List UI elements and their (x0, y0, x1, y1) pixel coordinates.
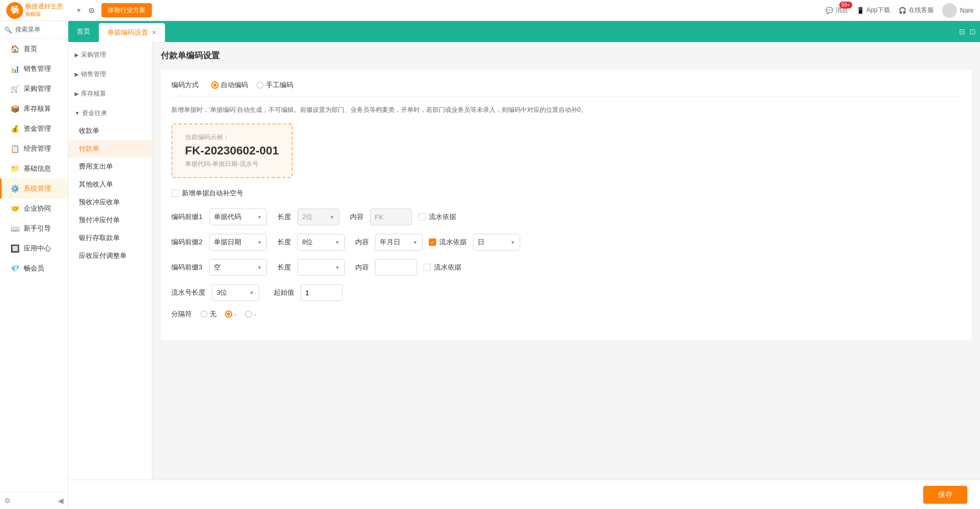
serial-checkbox-3[interactable] (424, 264, 431, 271)
preview-box: 当前编码示例： FK-20230602-001 单据代码-单据日期-流水号 (171, 123, 293, 178)
prefix1-content (370, 209, 412, 225)
sales-icon: 📊 (10, 64, 19, 74)
trial-button[interactable]: 体验行业方案 (101, 3, 152, 17)
sidebar-item-operations[interactable]: 📋 经营管理 (0, 139, 68, 159)
info-text: 新增单据时，'单据编码'自动生成，不可编辑。前缀设置为部门、业务员等档案类，开单… (171, 105, 961, 115)
sidebar-item-funds[interactable]: 💰 资金管理 (0, 119, 68, 139)
settings-card: 编码方式 自动编码 手工编码 (161, 70, 972, 340)
main-content: 付款单编码设置 编码方式 自动编码 手工编码 (152, 42, 980, 480)
serial-checkbox-1[interactable] (418, 213, 426, 221)
top-bar: 畅 畅捷通好生意 旗舰版 ▼ ⚙ 体验行业方案 💬 消息 99+ 📱 App下载… (0, 0, 980, 21)
prefix2-length[interactable]: 8位 ▼ (297, 234, 345, 251)
menu-receipt[interactable]: 收款单 (68, 122, 152, 140)
sidebar-item-inventory[interactable]: 📦 库存核算 (0, 99, 68, 119)
start-value-label: 起始值 (274, 288, 294, 297)
auto-encode-radio[interactable]: 自动编码 (211, 80, 248, 90)
prefix2-content-chevron: ▼ (412, 240, 418, 245)
minimize-icon[interactable]: ⊟ (959, 27, 965, 36)
search-icon: 🔍 (4, 26, 12, 34)
prefix3-length[interactable]: ▼ (297, 259, 345, 276)
content-wrapper: ▶ 采购管理 ▶ 销售管理 ▶ 库存核算 (68, 42, 980, 480)
serial-length-select[interactable]: 3位 ▼ (212, 284, 259, 301)
menu-advance-payment[interactable]: 预付冲应付单 (68, 211, 152, 229)
sidebar-item-guide[interactable]: 📖 新手引导 (0, 219, 68, 238)
group-purchase-title[interactable]: ▶ 采购管理 (68, 46, 152, 64)
prefix3-select[interactable]: 空 ▼ (209, 259, 267, 276)
save-button[interactable]: 保存 (923, 486, 967, 504)
brand: 畅 畅捷通好生意 旗舰版 (6, 1, 69, 20)
menu-bank[interactable]: 银行存取款单 (68, 229, 152, 247)
sep-none-radio[interactable]: 无 (200, 309, 216, 319)
message-badge[interactable]: 💬 消息 99+ (826, 6, 848, 15)
prefix2-label: 编码前缀2 (171, 237, 203, 247)
separator-row: 分隔符 无 · · (171, 309, 961, 319)
menu-payment[interactable]: 付款单 (68, 140, 152, 158)
prefix1-select[interactable]: 单据代码 ▼ (209, 209, 267, 225)
auto-fill-row: 新增单据自动补空号 (171, 189, 961, 198)
manual-encode-radio[interactable]: 手工编码 (256, 80, 293, 90)
prefix2-length-chevron: ▼ (335, 240, 340, 245)
tab-encode-settings[interactable]: 单据编码设置 ✕ (99, 23, 165, 42)
brand-icon: 畅 (6, 2, 23, 19)
operations-icon: 📋 (10, 144, 19, 153)
sidebar-item-home[interactable]: 🏠 首页 (0, 39, 68, 59)
serial-checkbox-2[interactable] (429, 238, 436, 246)
serial-unit-chevron: ▼ (510, 240, 515, 245)
settings-bottom-icon[interactable]: ⚙ (4, 496, 11, 505)
tab-home[interactable]: 首页 (68, 21, 99, 42)
home-icon: 🏠 (10, 44, 19, 54)
sidebar-item-system[interactable]: ⚙️ 系统管理 (0, 179, 68, 199)
system-icon: ⚙️ (10, 184, 19, 193)
maximize-icon[interactable]: ⊡ (969, 27, 976, 36)
group-sales-title[interactable]: ▶ 销售管理 (68, 66, 152, 83)
group-inventory: ▶ 库存核算 (68, 85, 152, 102)
menu-expense[interactable]: 费用支出单 (68, 158, 152, 175)
page-title: 付款单编码设置 (161, 50, 972, 61)
sidebar-bottom: ⚙ ◀ (0, 492, 68, 509)
auto-fill-checkbox[interactable] (171, 190, 179, 197)
brand-text: 畅捷通好生意 旗舰版 (25, 3, 63, 17)
group-funds: ▼ 资金往来 收款单 付款单 费用支出单 其他收入单 预收冲应收单 预付冲应付单… (68, 105, 152, 265)
prefix-row-1: 编码前缀1 单据代码 ▼ 长度 2位 ▼ 内容 (171, 209, 961, 225)
menu-prepayment[interactable]: 预收冲应收单 (68, 193, 152, 211)
tab-close-icon[interactable]: ✕ (151, 29, 157, 36)
user-info[interactable]: Nare (942, 3, 974, 18)
sep-dot2-dot (245, 310, 252, 318)
nav-arrow[interactable]: ▼ (74, 5, 84, 16)
sidebar-item-basic-info[interactable]: 📁 基础信息 (0, 159, 68, 179)
basic-info-icon: 📁 (10, 164, 19, 173)
search-menu[interactable]: 🔍 搜索菜单 (0, 21, 68, 39)
sep-dot2-radio[interactable]: · (245, 310, 256, 318)
collapse-icon[interactable]: ◀ (58, 496, 64, 505)
sidebar-item-sales[interactable]: 📊 销售管理 (0, 59, 68, 79)
member-icon: 💎 (10, 264, 19, 273)
menu-adjustment[interactable]: 应收应付调整单 (68, 247, 152, 265)
inventory-icon: 📦 (10, 104, 19, 113)
app-download[interactable]: 📱 App下载 (857, 6, 890, 15)
encode-mode-row: 编码方式 自动编码 手工编码 (171, 80, 961, 97)
sidebar-item-purchase[interactable]: 🛒 采购管理 (0, 79, 68, 99)
prefix2-content-select[interactable]: 年月日 ▼ (375, 234, 422, 251)
sidebar-item-app-center[interactable]: 🔲 应用中心 (0, 238, 68, 258)
sidebar-item-enterprise[interactable]: 🤝 企业协同 (0, 199, 68, 219)
settings-icon[interactable]: ⚙ (86, 4, 97, 17)
serial-check-2: 流水依据 (429, 237, 467, 247)
prefix2-select[interactable]: 单据日期 ▼ (209, 234, 267, 251)
avatar (942, 3, 957, 18)
serial-length-chevron: ▼ (249, 290, 254, 296)
sep-dot-radio[interactable]: · (225, 310, 236, 318)
group-funds-title[interactable]: ▼ 资金往来 (68, 105, 152, 122)
online-service[interactable]: 🎧 在线客服 (899, 6, 934, 15)
prefix3-content[interactable] (375, 259, 417, 276)
sep-dot-dot (225, 310, 232, 318)
menu-other-income[interactable]: 其他收入单 (68, 175, 152, 193)
sidebar-item-member[interactable]: 💎 畅会员 (0, 258, 68, 278)
main-layout: 🔍 搜索菜单 🏠 首页 📊 销售管理 🛒 采购管理 📦 库存核算 💰 资金管理 … (0, 21, 980, 509)
group-inventory-title[interactable]: ▶ 库存核算 (68, 85, 152, 102)
prefix1-label: 编码前缀1 (171, 212, 203, 222)
right-panel: 首页 单据编码设置 ✕ ⊟ ⊡ ▶ 采购管理 (68, 21, 980, 509)
start-value-input[interactable] (301, 284, 343, 301)
app-center-icon: 🔲 (10, 244, 19, 253)
serial-unit-select[interactable]: 日 ▼ (473, 234, 520, 251)
preview-label: 当前编码示例： (185, 133, 279, 142)
